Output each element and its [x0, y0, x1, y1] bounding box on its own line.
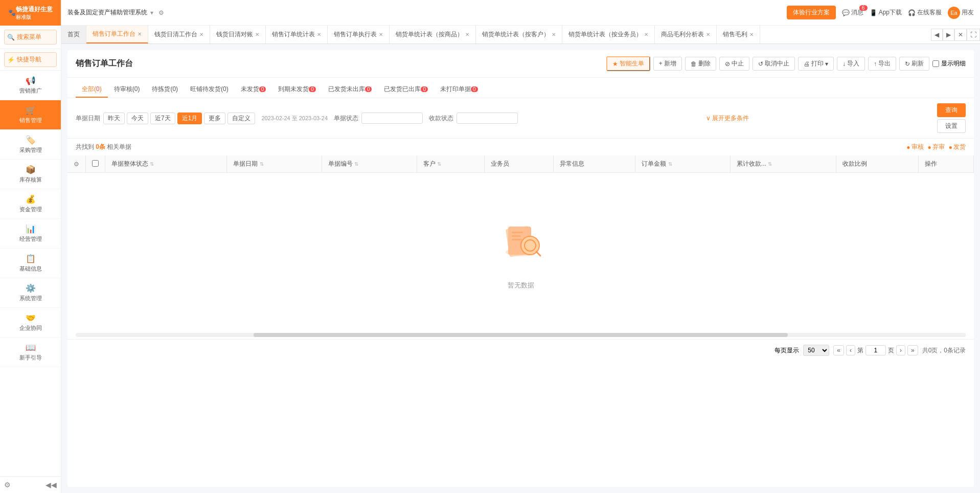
- tab-close-all-btn[interactable]: ✕: [954, 29, 967, 41]
- tab-close-profit[interactable]: ✕: [706, 32, 710, 37]
- smart-gen-btn[interactable]: ★ 智能生单: [606, 56, 650, 71]
- date-btn-custom[interactable]: 自定义: [227, 113, 255, 124]
- filter-tab-overdue[interactable]: 到期未发货0: [272, 82, 322, 98]
- show-detail-checkbox[interactable]: [932, 60, 939, 67]
- set-btn[interactable]: 设置: [937, 119, 966, 133]
- col-settings[interactable]: ⚙: [67, 155, 86, 173]
- sort-customer-icon[interactable]: ⇅: [437, 161, 441, 167]
- first-page-btn[interactable]: «: [833, 345, 844, 355]
- tab-sales-gross[interactable]: 销售毛利 ✕: [717, 26, 760, 43]
- tab-close-summary-staff[interactable]: ✕: [644, 32, 648, 37]
- tab-sales-order[interactable]: 销售订单工作台 ✕: [86, 26, 148, 43]
- online-service-btn[interactable]: 🎧 在线客服: [908, 8, 942, 17]
- date-btn-more[interactable]: 更多: [204, 113, 225, 124]
- col-abnormal-header[interactable]: 异常信息: [553, 155, 635, 173]
- sidebar-item-finance[interactable]: 💰 资金管理: [0, 189, 61, 219]
- export-btn[interactable]: ↑ 导出: [868, 57, 896, 71]
- add-btn[interactable]: + 新增: [653, 57, 682, 71]
- tab-summary-customer[interactable]: 销货单统计表（按客户） ✕: [476, 26, 562, 43]
- cancel-stop-btn[interactable]: ↺ 取消中止: [753, 57, 795, 71]
- sort-date-icon[interactable]: ⇅: [260, 161, 264, 167]
- search-menu-button[interactable]: 🔍 搜索菜单: [4, 30, 57, 44]
- user-menu-btn[interactable]: Ea 用友: [948, 7, 974, 19]
- query-btn[interactable]: 查询: [937, 103, 966, 117]
- quick-nav-button[interactable]: ⚡ 快捷导航: [4, 52, 57, 67]
- tab-sales-exec[interactable]: 销售订单执行表 ✕: [328, 26, 390, 43]
- reject-action-btn[interactable]: ● 弃审: [928, 143, 945, 151]
- message-btn[interactable]: 💬 消息 6: [842, 8, 863, 17]
- filter-tab-pending-pick[interactable]: 待拣货(0): [146, 82, 184, 98]
- date-btn-yesterday[interactable]: 昨天: [103, 113, 125, 124]
- tab-close-sales-gross[interactable]: ✕: [749, 32, 754, 37]
- tab-prev-btn[interactable]: ◀: [931, 29, 943, 41]
- import-btn[interactable]: ↓ 导入: [837, 57, 865, 71]
- sort-amount-icon[interactable]: ⇅: [668, 161, 672, 167]
- date-btn-today[interactable]: 今天: [127, 113, 148, 124]
- table-scroll-area[interactable]: ⚙ 单据整体状态 ⇅ 单据日期 ⇅: [67, 155, 974, 331]
- filter-tab-shipped-not-out[interactable]: 已发货未出库0: [322, 82, 378, 98]
- select-all-checkbox[interactable]: [92, 160, 99, 167]
- tab-home[interactable]: 首页: [61, 26, 86, 43]
- tab-next-btn[interactable]: ▶: [943, 29, 954, 41]
- review-action-btn[interactable]: ● 审核: [906, 143, 923, 151]
- tab-summary-staff[interactable]: 销货单统计表（按业务员） ✕: [562, 26, 655, 43]
- tab-sales-stats[interactable]: 销售订单统计表 ✕: [266, 26, 328, 43]
- col-checkbox-header[interactable]: [86, 155, 105, 173]
- sort-received-icon[interactable]: ⇅: [768, 161, 772, 167]
- col-settings-icon[interactable]: ⚙: [74, 161, 79, 168]
- collapse-sidebar-btn[interactable]: ◀◀: [45, 481, 57, 489]
- last-page-btn[interactable]: »: [907, 345, 918, 355]
- delete-btn[interactable]: 🗑 删除: [685, 57, 716, 71]
- app-download-btn[interactable]: 📱 App下载: [870, 8, 902, 17]
- payment-select[interactable]: [457, 113, 518, 124]
- date-btn-7days[interactable]: 近7天: [150, 113, 175, 124]
- tab-close-cash-account[interactable]: ✕: [255, 32, 259, 37]
- filter-tab-wangpu[interactable]: 旺铺待发货(0): [184, 82, 235, 98]
- tab-cash-daily[interactable]: 钱货日清工作台 ✕: [148, 26, 210, 43]
- expand-conditions-btn[interactable]: ∨ 展开更多条件: [706, 114, 749, 123]
- next-page-btn[interactable]: ›: [896, 345, 905, 355]
- tab-close-sales-exec[interactable]: ✕: [379, 32, 383, 37]
- tab-close-sales-stats[interactable]: ✕: [317, 32, 321, 37]
- sort-status-icon[interactable]: ⇅: [150, 161, 154, 167]
- tab-summary-product[interactable]: 销货单统计表（按商品） ✕: [390, 26, 476, 43]
- col-status-header[interactable]: 单据整体状态 ⇅: [105, 155, 227, 173]
- tab-cash-account[interactable]: 钱货日清对账 ✕: [210, 26, 266, 43]
- tab-close-summary-product[interactable]: ✕: [465, 32, 469, 37]
- col-number-header[interactable]: 单据编号 ⇅: [322, 155, 417, 173]
- sidebar-item-operations[interactable]: 📊 经营管理: [0, 219, 61, 249]
- sort-number-icon[interactable]: ⇅: [354, 161, 358, 167]
- tab-close-summary-customer[interactable]: ✕: [552, 32, 556, 37]
- page-number-input[interactable]: [865, 345, 886, 355]
- sidebar-item-inventory[interactable]: 📦 库存核算: [0, 160, 61, 189]
- date-btn-1month[interactable]: 近1月: [177, 113, 202, 124]
- sidebar-item-sales[interactable]: 🛒 销售管理: [0, 100, 61, 130]
- col-customer-header[interactable]: 客户 ⇅: [417, 155, 485, 173]
- horizontal-scrollbar[interactable]: [76, 333, 966, 337]
- scroll-thumb[interactable]: [254, 333, 788, 337]
- col-amount-header[interactable]: 订单金额 ⇅: [635, 155, 731, 173]
- filter-tab-not-printed[interactable]: 未打印单据0: [434, 82, 484, 98]
- col-date-header[interactable]: 单据日期 ⇅: [227, 155, 322, 173]
- header-settings-icon[interactable]: ⚙: [158, 9, 164, 16]
- sidebar-item-basic[interactable]: 📋 基础信息: [0, 249, 61, 278]
- stop-btn[interactable]: ⊘ 中止: [719, 57, 749, 71]
- sidebar-item-marketing[interactable]: 📢 营销推广: [0, 71, 61, 100]
- ship-action-btn[interactable]: ● 发货: [949, 143, 966, 151]
- col-staff-header[interactable]: 业务员: [485, 155, 553, 173]
- print-btn[interactable]: 🖨 打印 ▾: [798, 57, 834, 71]
- filter-tab-pending-review[interactable]: 待审核(0): [108, 82, 146, 98]
- status-select[interactable]: [361, 113, 423, 124]
- sidebar-item-purchase[interactable]: 🏷️ 采购管理: [0, 130, 61, 160]
- sidebar-item-coop[interactable]: 🤝 企业协同: [0, 308, 61, 338]
- industry-btn[interactable]: 体验行业方案: [787, 6, 836, 19]
- tab-profit[interactable]: 商品毛利分析表 ✕: [655, 26, 717, 43]
- prev-page-btn[interactable]: ‹: [846, 345, 855, 355]
- settings-bottom-btn[interactable]: ⚙: [4, 481, 11, 489]
- filter-tab-not-shipped[interactable]: 未发货0: [235, 82, 272, 98]
- tab-fullscreen-btn[interactable]: ⛶: [967, 29, 980, 41]
- col-received-header[interactable]: 累计收款... ⇅: [730, 155, 836, 173]
- sidebar-item-system[interactable]: ⚙️ 系统管理: [0, 278, 61, 308]
- tab-close-cash-daily[interactable]: ✕: [199, 32, 203, 37]
- tab-close-sales-order[interactable]: ✕: [138, 31, 142, 37]
